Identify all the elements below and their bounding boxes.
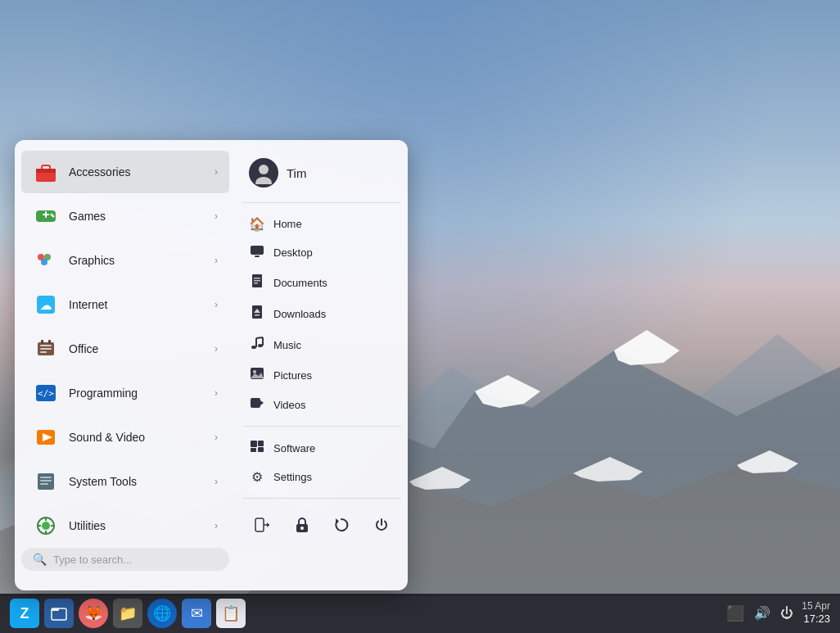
internet-label: Internet bbox=[69, 298, 215, 311]
svg-point-43 bbox=[255, 177, 272, 184]
svg-rect-66 bbox=[258, 447, 264, 452]
user-section[interactable]: Tim bbox=[242, 150, 401, 199]
date-display: 15 Apr bbox=[802, 600, 830, 613]
videos-label: Videos bbox=[273, 399, 306, 411]
menu-item-accessories[interactable]: Accessories › bbox=[21, 151, 229, 193]
accessories-icon bbox=[33, 159, 59, 185]
svg-rect-26 bbox=[41, 340, 43, 344]
menu-search-bar[interactable]: 🔍 bbox=[21, 548, 229, 571]
volume-tray-icon[interactable]: 🔊 bbox=[754, 605, 770, 621]
search-input[interactable] bbox=[53, 554, 218, 566]
svg-point-37 bbox=[42, 522, 50, 530]
graphics-arrow: › bbox=[215, 255, 218, 266]
right-item-desktop[interactable]: Desktop bbox=[242, 238, 401, 267]
software-icon bbox=[249, 440, 265, 456]
file-manager-button[interactable]: 📁 bbox=[113, 599, 142, 628]
menu-item-system-tools[interactable]: System Tools › bbox=[21, 460, 229, 503]
svg-text:☁: ☁ bbox=[40, 299, 52, 312]
graphics-label: Graphics bbox=[69, 254, 215, 267]
svg-point-16 bbox=[52, 215, 55, 218]
svg-point-19 bbox=[41, 259, 47, 265]
right-divider-2 bbox=[242, 426, 401, 427]
system-tray-icons: ⬛ 🔊 ⏻ bbox=[726, 604, 793, 622]
svg-rect-63 bbox=[251, 441, 257, 447]
svg-rect-65 bbox=[251, 448, 256, 452]
user-avatar bbox=[249, 158, 278, 188]
web-browser-button[interactable]: 🌐 bbox=[147, 599, 177, 628]
lock-button[interactable] bbox=[287, 510, 317, 540]
right-item-downloads[interactable]: Downloads bbox=[242, 298, 401, 329]
svg-rect-35 bbox=[40, 483, 48, 485]
svg-rect-11 bbox=[36, 169, 56, 173]
user-name: Tim bbox=[287, 166, 306, 180]
svg-marker-72 bbox=[336, 518, 339, 524]
svg-text:</>: </> bbox=[38, 388, 54, 399]
svg-point-59 bbox=[253, 370, 256, 373]
utilities-label: Utilities bbox=[69, 519, 215, 532]
downloads-icon bbox=[249, 305, 265, 323]
svg-point-42 bbox=[259, 165, 269, 174]
music-icon bbox=[249, 336, 265, 354]
time-display: 17:23 bbox=[803, 613, 830, 626]
mail-client-button[interactable]: ✉ bbox=[182, 599, 211, 628]
firefox-button[interactable]: 🦊 bbox=[79, 599, 108, 628]
svg-point-71 bbox=[300, 527, 304, 530]
shutdown-button[interactable] bbox=[367, 510, 396, 540]
taskbar-right: ⬛ 🔊 ⏻ 15 Apr 17:23 bbox=[726, 600, 830, 626]
system-tools-icon bbox=[33, 468, 59, 495]
right-item-software[interactable]: Software bbox=[242, 433, 401, 463]
downloads-label: Downloads bbox=[273, 308, 326, 320]
accessories-arrow: › bbox=[215, 166, 218, 178]
svg-rect-45 bbox=[255, 255, 260, 257]
right-item-documents[interactable]: Documents bbox=[242, 267, 401, 298]
office-icon bbox=[33, 336, 59, 362]
svg-rect-14 bbox=[45, 211, 47, 218]
restart-button[interactable] bbox=[327, 510, 356, 540]
utilities-icon bbox=[33, 513, 59, 539]
sound-video-label: Sound & Video bbox=[69, 431, 215, 444]
screen-tray-icon[interactable]: ⬛ bbox=[726, 604, 744, 622]
svg-rect-34 bbox=[40, 480, 52, 482]
right-item-pictures[interactable]: Pictures bbox=[242, 360, 401, 390]
menu-item-office[interactable]: Office › bbox=[21, 328, 229, 370]
home-icon: 🏠 bbox=[249, 216, 265, 232]
games-arrow: › bbox=[215, 210, 218, 222]
right-item-settings[interactable]: ⚙ Settings bbox=[242, 463, 401, 491]
power-tray-icon[interactable]: ⏻ bbox=[780, 606, 793, 621]
home-label: Home bbox=[273, 218, 302, 230]
svg-rect-64 bbox=[258, 441, 264, 446]
svg-marker-62 bbox=[260, 400, 264, 405]
svg-rect-33 bbox=[40, 477, 52, 478]
svg-rect-49 bbox=[254, 283, 258, 284]
menu-item-programming[interactable]: </> Programming › bbox=[21, 372, 229, 414]
taskbar: Z 🦊 📁 🌐 ✉ 📋 ⬛ 🔊 ⏻ 15 Apr 17:23 bbox=[0, 594, 840, 633]
menu-item-internet[interactable]: ☁ Internet › bbox=[21, 283, 229, 326]
svg-rect-52 bbox=[255, 314, 260, 316]
settings-icon: ⚙ bbox=[249, 469, 265, 485]
right-divider-3 bbox=[242, 498, 401, 499]
menu-item-games[interactable]: Games › bbox=[21, 195, 229, 237]
right-item-home[interactable]: 🏠 Home bbox=[242, 210, 401, 238]
right-item-music[interactable]: Music bbox=[242, 329, 401, 360]
svg-rect-47 bbox=[254, 278, 260, 279]
notes-button[interactable]: 📋 bbox=[216, 599, 246, 628]
music-label: Music bbox=[273, 339, 301, 351]
files-manager-button[interactable] bbox=[44, 599, 74, 628]
logout-button[interactable] bbox=[247, 510, 277, 540]
menu-item-utilities[interactable]: Utilities › bbox=[21, 504, 229, 547]
internet-arrow: › bbox=[215, 299, 218, 310]
documents-label: Documents bbox=[273, 277, 327, 289]
right-item-videos[interactable]: Videos bbox=[242, 390, 401, 419]
svg-rect-27 bbox=[48, 340, 51, 344]
zorin-menu-button[interactable]: Z bbox=[10, 599, 39, 628]
sound-video-icon bbox=[33, 424, 59, 450]
system-tools-arrow: › bbox=[215, 476, 218, 487]
svg-marker-69 bbox=[267, 522, 269, 527]
menu-item-graphics[interactable]: Graphics › bbox=[21, 239, 229, 282]
sound-video-arrow: › bbox=[215, 432, 218, 443]
settings-label: Settings bbox=[273, 471, 312, 483]
menu-item-sound-video[interactable]: Sound & Video › bbox=[21, 416, 229, 459]
datetime-display: 15 Apr 17:23 bbox=[802, 600, 830, 626]
games-label: Games bbox=[69, 210, 215, 223]
software-label: Software bbox=[273, 442, 315, 454]
